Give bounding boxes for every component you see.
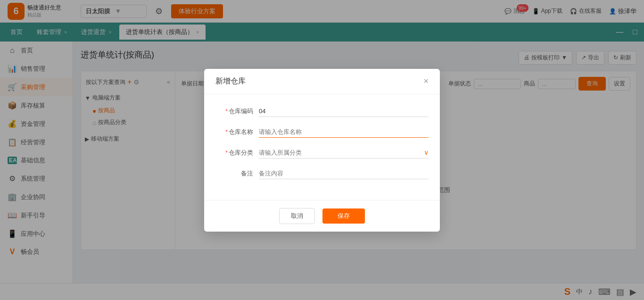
code-label: 仓库编码 [215,107,253,116]
remark-input[interactable] [259,168,429,179]
name-input[interactable] [259,126,429,138]
form-row-code: 仓库编码 [215,106,429,117]
modal-title: 新增仓库 [215,76,246,86]
remark-label: 备注 [215,169,253,178]
form-row-name: 仓库名称 [215,126,429,138]
category-dropdown[interactable]: ∨ [259,147,429,158]
modal-body: 仓库编码 仓库名称 仓库分类 ∨ 备注 [204,94,440,200]
modal-footer: 取消 保存 [204,200,440,232]
cancel-button[interactable]: 取消 [279,208,315,224]
modal-close-button[interactable]: × [423,77,429,85]
modal-add-warehouse: 新增仓库 × 仓库编码 仓库名称 仓库分类 ∨ [204,69,440,232]
form-row-category: 仓库分类 ∨ [215,147,429,158]
category-label: 仓库分类 [215,149,253,157]
save-button[interactable]: 保存 [322,208,365,224]
form-row-remark: 备注 [215,168,429,179]
code-input[interactable] [259,106,429,117]
category-input[interactable] [259,147,424,158]
name-label: 仓库名称 [215,128,253,136]
modal-overlay[interactable]: 新增仓库 × 仓库编码 仓库名称 仓库分类 ∨ [0,0,644,300]
category-dropdown-arrow: ∨ [424,149,429,156]
modal-header: 新增仓库 × [204,69,440,94]
